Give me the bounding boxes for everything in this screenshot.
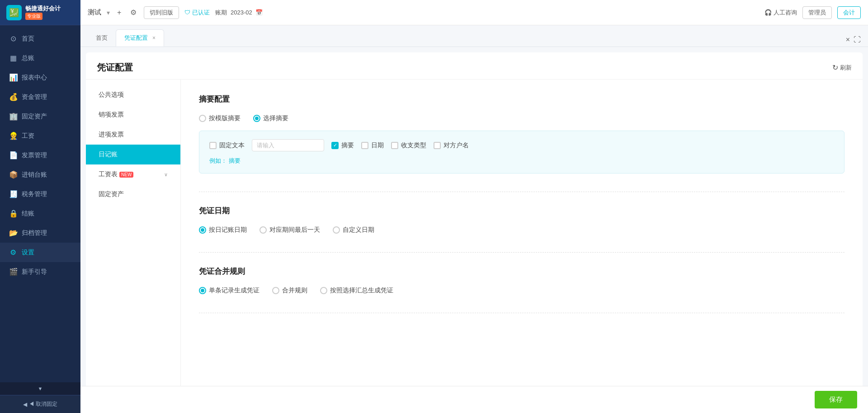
sidebar-item-archive[interactable]: 📂 归档管理 — [0, 223, 80, 243]
sales-icon: 📦 — [9, 170, 17, 179]
radio-period-last-label: 对应期间最后一天 — [269, 226, 320, 234]
radio-single[interactable]: 单条记录生成凭证 — [199, 286, 259, 295]
radio-select-label: 选择摘要 — [263, 114, 288, 122]
summary-section: 摘要配置 按模版摘要 选择摘要 — [199, 94, 844, 174]
radio-journal-date-circle — [199, 226, 206, 234]
income-type-checkbox — [391, 142, 398, 149]
left-nav-payroll[interactable]: 工资表 NEW ∨ — [86, 164, 180, 184]
radio-template-summary[interactable]: 按模版摘要 — [199, 114, 241, 122]
radio-merge-rules-label: 合并规则 — [282, 286, 307, 295]
date-checkbox — [361, 142, 368, 149]
capital-icon: 💰 — [9, 93, 17, 101]
admin-button[interactable]: 管理员 — [802, 6, 832, 19]
sidebar-item-sales[interactable]: 📦 进销台账 — [0, 165, 80, 184]
cancel-pin-button[interactable]: ◀ ◀ 取消固定 — [0, 395, 80, 413]
ledger-icon: ▦ — [9, 54, 17, 62]
checkbox-counterparty[interactable]: 对方户名 — [434, 141, 469, 150]
fixed-text-checkbox — [209, 142, 217, 149]
checkbox-summary[interactable]: ✓ 摘要 — [331, 141, 354, 150]
cancel-pin-label: ◀ 取消固定 — [29, 400, 57, 408]
date-title: 凭证日期 — [199, 206, 844, 216]
home-icon: ⊙ — [9, 34, 17, 43]
merge-section: 凭证合并规则 单条记录生成凭证 合并规则 按照选择汇总生成凭证 — [199, 266, 844, 295]
sidebar-item-close[interactable]: 🔒 结账 — [0, 204, 80, 223]
project-name: 测试 — [88, 8, 101, 17]
sidebar-item-salary[interactable]: 👷 工资 — [0, 126, 80, 145]
sidebar-item-assets[interactable]: 🏢 固定资产 — [0, 107, 80, 126]
sidebar-item-capital[interactable]: 💰 资金管理 — [0, 87, 80, 107]
sidebar-item-report[interactable]: 📊 报表中心 — [0, 68, 80, 87]
sidebar-item-guide[interactable]: 🎬 新手引导 — [0, 262, 80, 282]
fixed-text-input[interactable] — [252, 139, 324, 151]
refresh-label: 刷新 — [840, 64, 852, 72]
tab-home[interactable]: 首页 — [88, 29, 116, 47]
left-nav-fixed-assets[interactable]: 固定资产 — [86, 184, 180, 204]
sidebar-item-settings[interactable]: ⚙ 设置 — [0, 243, 80, 262]
radio-journal-date[interactable]: 按日记账日期 — [199, 226, 247, 234]
sidebar-scroll-down[interactable]: ▼ — [0, 382, 80, 395]
sidebar-item-label: 发票管理 — [22, 151, 47, 160]
calendar-icon[interactable]: 📅 — [255, 9, 263, 16]
radio-select-merge-circle — [320, 287, 327, 294]
left-nav-public[interactable]: 公共选项 — [86, 85, 180, 105]
radio-template-label: 按模版摘要 — [209, 114, 241, 122]
add-icon[interactable]: + — [115, 7, 123, 19]
radio-custom-date[interactable]: 自定义日期 — [333, 226, 374, 234]
sidebar-logo: 💹 畅捷通好会计 专业版 — [0, 0, 80, 25]
checkbox-fixed-text[interactable]: 固定文本 — [209, 141, 245, 150]
bottom-bar: 保存 — [80, 386, 868, 413]
page-title: 凭证配置 — [97, 61, 133, 74]
project-dropdown-arrow[interactable]: ▾ — [107, 9, 110, 16]
radio-single-circle — [199, 287, 206, 294]
close-module-icon: 🔒 — [9, 209, 17, 218]
summary-config-row: 固定文本 ✓ 摘要 日期 — [209, 139, 834, 151]
assets-icon: 🏢 — [9, 112, 17, 121]
guide-icon: 🎬 — [9, 268, 17, 276]
checkbox-income-type[interactable]: 收支类型 — [391, 141, 426, 150]
sidebar-item-ledger[interactable]: ▦ 总账 — [0, 48, 80, 68]
main-area: 凭证配置 ↻ 刷新 公共选项 销项发票 进项发票 日记账 — [80, 47, 868, 413]
sidebar-item-label: 税务管理 — [22, 190, 47, 198]
save-button[interactable]: 保存 — [815, 391, 857, 408]
shield-icon: 🛡 — [184, 9, 190, 16]
left-nav-purchase-invoice[interactable]: 进项发票 — [86, 125, 180, 145]
sidebar-item-home[interactable]: ⊙ 首页 — [0, 29, 80, 48]
cancel-pin-icon: ◀ — [23, 401, 27, 408]
topbar-settings-icon[interactable]: ⚙ — [128, 6, 138, 19]
switch-version-button[interactable]: 切到旧版 — [144, 6, 179, 19]
summary-radio-group: 按模版摘要 选择摘要 — [199, 114, 844, 122]
sidebar-item-label: 进销台账 — [22, 171, 47, 179]
support-button[interactable]: 🎧 人工咨询 — [764, 9, 797, 17]
sidebar-item-invoice[interactable]: 📄 发票管理 — [0, 145, 80, 165]
window-close-icon[interactable]: × — [846, 36, 850, 44]
left-nav-journal[interactable]: 日记账 — [86, 145, 180, 164]
checkbox-date[interactable]: 日期 — [361, 141, 384, 150]
support-label: 人工咨询 — [774, 9, 797, 17]
sidebar-item-label: 总账 — [22, 54, 34, 62]
refresh-button[interactable]: ↻ 刷新 — [832, 63, 852, 72]
accountant-button[interactable]: 会计 — [837, 6, 861, 19]
tabbar: 首页 凭证配置 × × ⛶ — [80, 25, 868, 47]
sidebar-nav: ⊙ 首页 ▦ 总账 📊 报表中心 💰 资金管理 🏢 固定资产 👷 工资 📄 发票… — [0, 25, 80, 382]
sidebar-item-label: 资金管理 — [22, 93, 47, 101]
income-type-label: 收支类型 — [401, 141, 426, 150]
fullscreen-icon[interactable]: ⛶ — [854, 36, 861, 44]
counterparty-checkbox — [434, 142, 441, 149]
radio-select-summary[interactable]: 选择摘要 — [253, 114, 288, 122]
radio-select-merge[interactable]: 按照选择汇总生成凭证 — [320, 286, 393, 295]
left-nav-sales-invoice[interactable]: 销项发票 — [86, 105, 180, 125]
radio-custom-date-label: 自定义日期 — [343, 226, 374, 234]
example-text: 例如： 摘要 — [209, 157, 834, 165]
refresh-icon: ↻ — [832, 63, 838, 72]
merge-radio-group: 单条记录生成凭证 合并规则 按照选择汇总生成凭证 — [199, 286, 844, 295]
left-nav: 公共选项 销项发票 进项发票 日记账 工资表 NEW ∨ 固定资产 — [86, 80, 181, 408]
topbar: 测试 ▾ + ⚙ 切到旧版 🛡 已认证 账期 2023-02 📅 🎧 人工咨询 … — [80, 0, 868, 25]
radio-merge-rules[interactable]: 合并规则 — [272, 286, 307, 295]
tab-home-label: 首页 — [96, 34, 108, 42]
radio-period-last[interactable]: 对应期间最后一天 — [259, 226, 320, 234]
right-content: 摘要配置 按模版摘要 选择摘要 — [181, 80, 863, 408]
invoice-icon: 📄 — [9, 151, 17, 160]
tab-close-icon[interactable]: × — [152, 35, 156, 41]
sidebar-item-tax[interactable]: 🧾 税务管理 — [0, 184, 80, 204]
tab-voucher-config[interactable]: 凭证配置 × — [116, 29, 164, 47]
